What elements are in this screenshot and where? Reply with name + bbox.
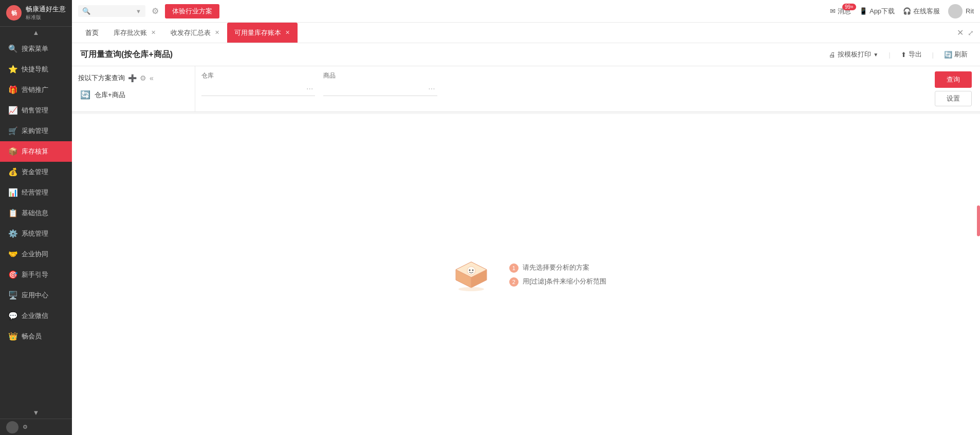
tab-recv-summary-close[interactable]: ✕ bbox=[215, 29, 219, 36]
print-dropdown-icon[interactable]: ▼ bbox=[873, 52, 878, 58]
cart-icon: 🛒 bbox=[8, 126, 17, 136]
settings-icon[interactable]: ⚙ bbox=[23, 424, 28, 430]
tip-num-2: 2 bbox=[509, 277, 519, 287]
sidebar-item-marketing[interactable]: 🎁 营销推广 bbox=[0, 80, 72, 100]
goods-input[interactable] bbox=[325, 85, 428, 93]
warehouse-field-label: 仓库 bbox=[201, 71, 315, 80]
sidebar-header: 畅 畅康通好生意 标准版 bbox=[0, 0, 72, 27]
target-icon: 🎯 bbox=[8, 270, 17, 279]
sidebar-item-label: 企业协同 bbox=[22, 250, 48, 259]
tab-batch-ledger-close[interactable]: ✕ bbox=[151, 29, 156, 36]
user-menu[interactable]: Rit bbox=[948, 4, 974, 18]
filter-panel: 按以下方案查询 ➕ ⚙ « 🔄 仓库+商品 仓库 ··· bbox=[72, 66, 980, 112]
refresh-label: 刷新 bbox=[954, 50, 968, 59]
tab-batch-ledger[interactable]: 库存批次账 ✕ bbox=[106, 23, 163, 43]
headset-icon: 🎧 bbox=[903, 7, 911, 15]
sidebar-item-label: 应用中心 bbox=[22, 291, 48, 300]
scheme-item-warehouse-goods[interactable]: 🔄 仓库+商品 bbox=[72, 86, 195, 104]
sidebar-item-operations[interactable]: 📊 经营管理 bbox=[0, 182, 72, 203]
scheme-item-label: 仓库+商品 bbox=[95, 90, 125, 100]
settings-scheme-button[interactable]: ⚙ bbox=[140, 74, 146, 82]
industry-solution-button[interactable]: 体验行业方案 bbox=[165, 4, 219, 18]
message-button[interactable]: ✉ 消息 99+ bbox=[830, 7, 851, 16]
tab-avail-ledger-close[interactable]: ✕ bbox=[285, 29, 290, 36]
content-area: 可用量查询(按仓库+商品) 🖨 按模板打印 ▼ | ⬆ 导出 | 🔄 刷新 bbox=[72, 43, 980, 435]
tabs-expand-button[interactable]: ⤢ bbox=[968, 29, 974, 37]
sidebar-item-corp-collab[interactable]: 🤝 企业协同 bbox=[0, 244, 72, 264]
sidebar-item-sales[interactable]: 📈 销售管理 bbox=[0, 100, 72, 121]
sidebar-scroll-up[interactable]: ▲ bbox=[0, 27, 72, 39]
warehouse-input[interactable] bbox=[204, 85, 306, 93]
sidebar-item-label: 营销推广 bbox=[22, 85, 48, 94]
sidebar-item-new-guide[interactable]: 🎯 新手引导 bbox=[0, 264, 72, 285]
goods-more-icon[interactable]: ··· bbox=[428, 84, 435, 93]
export-button[interactable]: ⬆ 导出 bbox=[897, 48, 926, 61]
tip-num-1: 1 bbox=[509, 263, 519, 273]
query-button[interactable]: 查询 bbox=[935, 71, 972, 88]
tab-recv-summary-label: 收发存汇总表 bbox=[171, 28, 211, 37]
sidebar-item-label: 搜索菜单 bbox=[22, 44, 48, 53]
tab-avail-ledger[interactable]: 可用量库存账本 ✕ bbox=[227, 23, 298, 43]
topbar: 🔍 ▼ ⚙ 体验行业方案 ✉ 消息 99+ 📱 App下载 🎧 在线客服 Rit bbox=[72, 0, 980, 23]
sidebar-subtitle: 标准版 bbox=[26, 14, 66, 21]
add-scheme-button[interactable]: ➕ bbox=[128, 74, 137, 82]
page-header: 可用量查询(按仓库+商品) 🖨 按模板打印 ▼ | ⬆ 导出 | 🔄 刷新 bbox=[72, 43, 980, 66]
tab-recv-summary[interactable]: 收发存汇总表 ✕ bbox=[163, 23, 227, 43]
tabs-right-controls: ✕ ⤢ bbox=[957, 28, 974, 37]
sidebar-item-inventory[interactable]: 📦 库存核算 bbox=[0, 141, 72, 162]
tab-batch-ledger-label: 库存批次账 bbox=[114, 28, 147, 37]
tabs-bar: 首页 库存批次账 ✕ 收发存汇总表 ✕ 可用量库存账本 ✕ ✕ ⤢ bbox=[72, 23, 980, 43]
sidebar-item-label: 库存核算 bbox=[22, 147, 48, 156]
sidebar-item-label: 采购管理 bbox=[22, 126, 48, 136]
username-label: Rit bbox=[966, 7, 974, 15]
sidebar-item-label: 资金管理 bbox=[22, 167, 48, 177]
sidebar-item-wechat[interactable]: 💬 企业微信 bbox=[0, 306, 72, 326]
sidebar-item-system[interactable]: ⚙️ 系统管理 bbox=[0, 223, 72, 244]
sidebar-scroll-down[interactable]: ▼ bbox=[0, 407, 72, 419]
sidebar-item-app-center[interactable]: 🖥️ 应用中心 bbox=[0, 285, 72, 306]
refresh-button[interactable]: 🔄 刷新 bbox=[940, 48, 972, 61]
svg-point-6 bbox=[467, 267, 475, 275]
app-download-button[interactable]: 📱 App下载 bbox=[859, 7, 895, 16]
handshake-icon: 🤝 bbox=[8, 250, 17, 259]
empty-tip-1: 1 请先选择要分析的方案 bbox=[509, 263, 606, 273]
tabs-close-all-button[interactable]: ✕ bbox=[957, 28, 964, 37]
topbar-search-box[interactable]: 🔍 ▼ bbox=[78, 5, 145, 17]
star-icon: ⭐ bbox=[8, 65, 17, 74]
sidebar-item-purchase[interactable]: 🛒 采购管理 bbox=[0, 121, 72, 141]
sidebar-item-label: 新手引导 bbox=[22, 270, 48, 279]
message-badge: 99+ bbox=[842, 4, 856, 10]
list-icon: 📋 bbox=[8, 209, 17, 218]
gear-icon: ⚙️ bbox=[8, 229, 17, 238]
page-title: 可用量查询(按仓库+商品) bbox=[80, 49, 173, 60]
right-scrollbar[interactable] bbox=[977, 205, 980, 236]
user-avatar[interactable] bbox=[948, 4, 963, 18]
empty-tips: 1 请先选择要分析的方案 2 用[过滤]条件来缩小分析范围 bbox=[509, 263, 606, 287]
dropdown-arrow-icon[interactable]: ▼ bbox=[136, 8, 141, 14]
sidebar-item-basic-info[interactable]: 📋 基础信息 bbox=[0, 203, 72, 223]
tab-home[interactable]: 首页 bbox=[78, 23, 106, 43]
scheme-header: 按以下方案查询 ➕ ⚙ « bbox=[72, 70, 195, 86]
empty-tip-2: 2 用[过滤]条件来缩小分析范围 bbox=[509, 277, 606, 287]
scheme-list: 按以下方案查询 ➕ ⚙ « 🔄 仓库+商品 bbox=[72, 66, 195, 111]
sidebar-item-finance[interactable]: 💰 资金管理 bbox=[0, 162, 72, 182]
sidebar-footer: ⚙ bbox=[0, 419, 72, 435]
online-service-button[interactable]: 🎧 在线客服 bbox=[903, 7, 940, 16]
wechat-icon: 💬 bbox=[8, 311, 17, 320]
sidebar-logo: 畅 bbox=[6, 5, 22, 21]
search-icon: 🔍 bbox=[8, 44, 17, 53]
warehouse-input-wrapper: ··· bbox=[201, 82, 315, 96]
refresh-icon: 🔄 bbox=[944, 51, 952, 59]
warehouse-more-icon[interactable]: ··· bbox=[306, 84, 313, 93]
service-label: 在线客服 bbox=[913, 7, 940, 16]
user-avatar-small[interactable] bbox=[6, 421, 19, 433]
collapse-scheme-button[interactable]: « bbox=[150, 74, 154, 82]
sidebar-item-search[interactable]: 🔍 搜索菜单 bbox=[0, 39, 72, 59]
sidebar-item-shortcut[interactable]: ⭐ 快捷导航 bbox=[0, 59, 72, 80]
setting-button[interactable]: 设置 bbox=[935, 91, 972, 106]
sidebar-item-vip[interactable]: 👑 畅会员 bbox=[0, 326, 72, 347]
print-button[interactable]: 🖨 按模板打印 ▼ bbox=[825, 48, 882, 61]
gift-icon: 🎁 bbox=[8, 85, 17, 94]
search-input[interactable] bbox=[93, 8, 134, 15]
gear-button[interactable]: ⚙ bbox=[150, 4, 161, 18]
